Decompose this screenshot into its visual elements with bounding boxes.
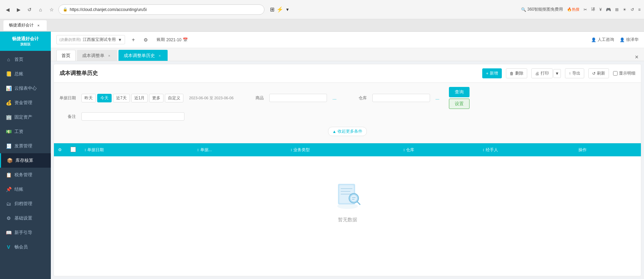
back-button[interactable]: ◀ bbox=[3, 5, 12, 14]
date-yesterday-button[interactable]: 昨天 bbox=[81, 94, 96, 102]
goods-more-button[interactable]: ... bbox=[332, 95, 337, 101]
hot-search-tool[interactable]: 🔥热搜 bbox=[567, 7, 579, 12]
sidebar-item-salary[interactable]: 💵 工资 bbox=[0, 124, 51, 139]
user-menu[interactable]: 👤 徐泽华 bbox=[620, 37, 639, 43]
browser-tab-chanjet[interactable]: 畅捷通好会计 × bbox=[3, 20, 47, 31]
refresh-button[interactable]: ↺ 刷新 bbox=[588, 68, 609, 78]
settings-icon: ⚙ bbox=[5, 215, 12, 221]
sidebar-item-guide[interactable]: 📖 新手引导 bbox=[0, 225, 51, 240]
browser-tab-label: 畅捷通好会计 bbox=[9, 22, 34, 28]
workspace-dropdown-icon: ▼ bbox=[118, 37, 122, 42]
translate-tool[interactable]: 译 bbox=[591, 7, 595, 12]
tab-cost-adjustment-close-icon[interactable]: × bbox=[106, 53, 112, 58]
delete-button[interactable]: 🗑 删除 bbox=[506, 68, 527, 78]
tab-cost-adjustment[interactable]: 成本调整单 × bbox=[77, 50, 117, 61]
sidebar-item-close-account-label: 结账 bbox=[14, 186, 23, 192]
date-custom-button[interactable]: 自定义 bbox=[165, 94, 183, 102]
customer-service-button[interactable]: 👤 人工咨询 bbox=[591, 37, 614, 43]
grid-tool[interactable]: ⊞ bbox=[615, 7, 619, 12]
wallet-tool[interactable]: ¥ bbox=[599, 7, 602, 12]
sidebar-item-close-account[interactable]: 📌 结账 bbox=[0, 182, 51, 197]
page-title: 成本调整单历史 bbox=[59, 70, 98, 77]
remark-filter-input[interactable] bbox=[81, 112, 184, 121]
select-all-checkbox[interactable] bbox=[70, 147, 76, 152]
top-bar-right: 👤 人工咨询 👤 徐泽华 bbox=[591, 37, 639, 43]
sidebar-item-invoice[interactable]: 🧾 发票管理 bbox=[0, 139, 51, 153]
display-cols-checkbox[interactable] bbox=[613, 71, 618, 76]
goods-filter-input[interactable] bbox=[269, 94, 327, 102]
date-7days-button[interactable]: 近7天 bbox=[113, 94, 130, 102]
filter-row-1: 单据日期 昨天 今天 近7天 近1月 更多 自定义 2023-06-06 至 2… bbox=[59, 87, 635, 109]
th-date[interactable]: ↕ 单据日期 bbox=[80, 143, 193, 156]
invoice-icon: 🧾 bbox=[5, 143, 12, 149]
tab-home[interactable]: 首页 bbox=[56, 50, 76, 61]
sidebar-item-vip[interactable]: V 畅会员 bbox=[0, 240, 51, 254]
calendar-icon[interactable]: 📅 bbox=[183, 37, 188, 42]
star-button[interactable]: ☆ bbox=[47, 5, 56, 14]
display-cols-label: 显示明细 bbox=[619, 70, 635, 76]
print-button[interactable]: 🖨 打印 bbox=[531, 68, 553, 78]
query-button[interactable]: 查询 bbox=[449, 87, 470, 97]
print-dropdown-button[interactable]: ▼ bbox=[553, 69, 561, 78]
display-cols-checkbox-label[interactable]: 显示明细 bbox=[613, 70, 635, 76]
home-button[interactable]: ⌂ bbox=[36, 5, 45, 14]
service-label: 人工咨询 bbox=[598, 37, 614, 43]
collapse-button[interactable]: ▲ 收起更多条件 bbox=[328, 127, 367, 136]
date-1month-button[interactable]: 近1月 bbox=[131, 94, 148, 102]
page-content: 成本调整单历史 + 新增 🗑 删除 🖨 打印 bbox=[54, 64, 641, 276]
sidebar-item-ledger[interactable]: 📒 总账 bbox=[0, 67, 51, 81]
date-today-button[interactable]: 今天 bbox=[97, 94, 112, 102]
menu-tool[interactable]: ≡ bbox=[638, 7, 641, 12]
th-type[interactable]: ↕ 业务类型 bbox=[286, 143, 399, 156]
add-workspace-button[interactable]: + bbox=[129, 36, 137, 44]
search-tool[interactable]: 🔍 360智能抠图免费用 bbox=[521, 7, 563, 12]
th-settings[interactable]: ⚙ bbox=[54, 143, 66, 156]
th-checkbox[interactable] bbox=[66, 143, 80, 156]
filter-settings-label: 设置 bbox=[455, 101, 464, 107]
tab-cost-adjustment-history[interactable]: 成本调整单历史 × bbox=[118, 50, 168, 61]
sidebar-item-reports[interactable]: 📊 云报表中心 bbox=[0, 81, 51, 96]
refresh-button[interactable]: ↺ bbox=[25, 5, 34, 14]
ledger-icon: 📒 bbox=[5, 71, 12, 77]
th-date-label: ↕ 单据日期 bbox=[84, 147, 104, 152]
scissors-tool[interactable]: ✂ bbox=[584, 7, 587, 12]
date-more-button[interactable]: 更多 bbox=[149, 94, 163, 102]
sidebar-item-assets[interactable]: 🏢 固定资产 bbox=[0, 110, 51, 124]
sidebar-item-assets-label: 固定资产 bbox=[14, 114, 32, 120]
browser-dropdown-icon[interactable]: ▼ bbox=[285, 7, 290, 12]
filter-settings-button[interactable]: 设置 bbox=[449, 99, 470, 109]
browser-tab-bar: 畅捷通好会计 × bbox=[0, 19, 644, 32]
game-tool[interactable]: 🎮 bbox=[606, 7, 611, 12]
th-handler[interactable]: ↕ 经手人 bbox=[478, 143, 575, 156]
tab-close-all-icon[interactable]: × bbox=[635, 54, 639, 61]
sidebar-item-funds[interactable]: 💰 资金管理 bbox=[0, 96, 51, 110]
undo-tool[interactable]: ↺ bbox=[631, 7, 634, 12]
browser-apps-icon[interactable]: ⊞ bbox=[270, 6, 274, 13]
tab-home-label: 首页 bbox=[61, 53, 70, 59]
export-button[interactable]: ↑ 导出 bbox=[565, 68, 584, 78]
sidebar-item-tax[interactable]: 📋 税务管理 bbox=[0, 168, 51, 182]
search-icon: 🔍 bbox=[521, 7, 526, 12]
th-no[interactable]: ↕ 单据... bbox=[193, 143, 286, 156]
sun-tool[interactable]: ☀ bbox=[623, 7, 626, 12]
sidebar-item-home[interactable]: ⌂ 首页 bbox=[0, 52, 51, 67]
sidebar-item-inventory[interactable]: 📦 库存核算 bbox=[0, 153, 51, 168]
browser-lightning-icon[interactable]: ⚡ bbox=[276, 6, 283, 13]
warehouse-more-button[interactable]: ... bbox=[436, 95, 440, 101]
settings-column-icon[interactable]: ⚙ bbox=[58, 147, 62, 152]
sidebar-item-guide-label: 新手引导 bbox=[14, 230, 32, 236]
salary-icon: 💵 bbox=[5, 129, 12, 134]
warehouse-filter-input[interactable] bbox=[372, 94, 430, 102]
th-type-label: ↕ 业务类型 bbox=[290, 147, 310, 152]
th-warehouse[interactable]: ↕ 仓库 bbox=[399, 143, 478, 156]
sidebar-item-settings[interactable]: ⚙ 基础设置 bbox=[0, 211, 51, 225]
browser-tab-close-icon[interactable]: × bbox=[36, 23, 41, 28]
tab-cost-adjustment-history-close-icon[interactable]: × bbox=[157, 53, 162, 58]
page-tabs: 首页 成本调整单 × 成本调整单历史 × × bbox=[51, 48, 644, 61]
address-bar[interactable]: 🔒 https://cloud.chanjet.com/accounting/u… bbox=[58, 4, 264, 15]
new-button[interactable]: + 新增 bbox=[482, 68, 502, 78]
workspace-settings-button[interactable]: ⚙ bbox=[142, 36, 150, 44]
sidebar-item-archive[interactable]: 🗂 归档管理 bbox=[0, 197, 51, 211]
workspace-selector[interactable]: (勿删勿禁用) 江西服宝测试专用 ▼ bbox=[56, 35, 125, 44]
forward-button[interactable]: ▶ bbox=[14, 5, 23, 14]
